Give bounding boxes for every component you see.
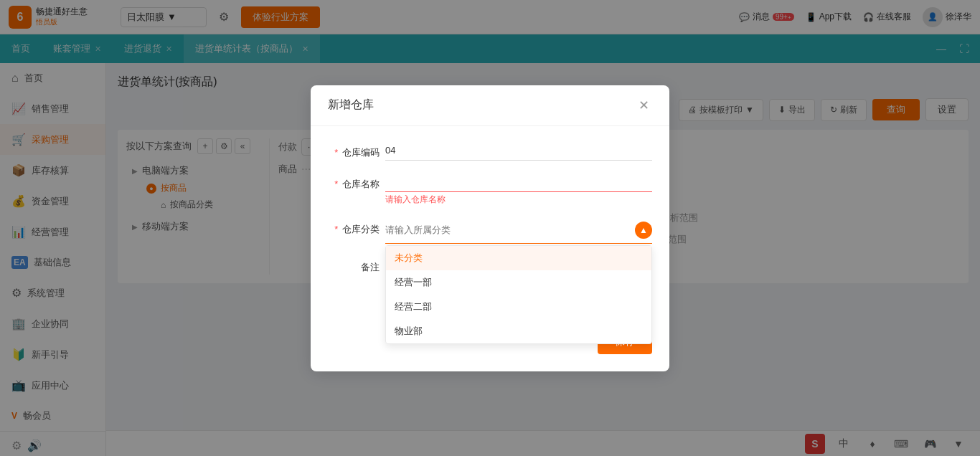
name-label: * 仓库名称 <box>328 172 385 191</box>
category-dropdown-input[interactable]: ▲ <box>385 217 652 244</box>
modal-header: 新增仓库 ✕ <box>311 85 669 126</box>
modal-title: 新增仓库 <box>328 98 374 113</box>
name-error-text: 请输入仓库名称 <box>385 194 652 206</box>
modal-body: * 仓库编码 * 仓库名称 请输入仓库名称 * <box>311 126 669 324</box>
category-dropdown-list: 未分类 经营一部 经营二部 物业部 <box>385 245 652 344</box>
category-option-ops1[interactable]: 经营一部 <box>386 270 651 295</box>
name-field-wrap: 请输入仓库名称 <box>385 172 652 206</box>
name-field-row: * 仓库名称 请输入仓库名称 <box>328 172 652 206</box>
code-field-row: * 仓库编码 <box>328 141 652 161</box>
category-dropdown-wrap: ▲ 未分类 经营一部 经营二部 物业部 <box>385 217 652 244</box>
name-input[interactable] <box>385 172 652 192</box>
new-warehouse-modal: 新增仓库 ✕ * 仓库编码 * 仓库名称 请输入仓库名称 <box>311 85 669 371</box>
category-option-property[interactable]: 物业部 <box>386 319 651 343</box>
notes-label: 备注 <box>328 255 385 274</box>
modal-overlay: 新增仓库 ✕ * 仓库编码 * 仓库名称 请输入仓库名称 <box>0 0 980 456</box>
category-option-unclassified[interactable]: 未分类 <box>386 246 651 270</box>
category-option-ops2[interactable]: 经营二部 <box>386 295 651 319</box>
dropdown-toggle-btn[interactable]: ▲ <box>635 222 652 239</box>
category-input[interactable] <box>385 222 635 238</box>
category-label: * 仓库分类 <box>328 217 385 236</box>
modal-close-button[interactable]: ✕ <box>635 97 652 114</box>
code-input[interactable] <box>385 141 652 161</box>
category-field-row: * 仓库分类 ▲ 未分类 经营一部 经营二部 物业部 <box>328 217 652 244</box>
code-label: * 仓库编码 <box>328 141 385 159</box>
